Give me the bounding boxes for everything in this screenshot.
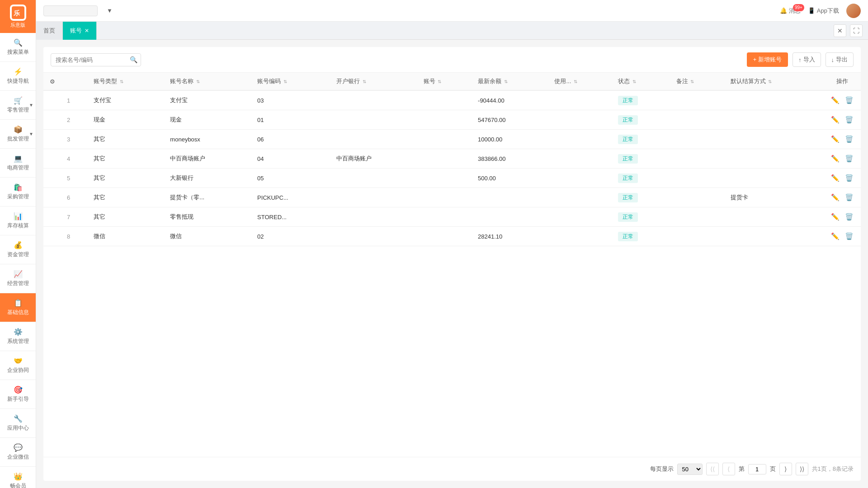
tab-close-btn[interactable]: ✕ — [834, 24, 846, 37]
row-default-payment — [725, 149, 824, 169]
sidebar-item-label: 系统管理 — [7, 338, 29, 345]
sidebar-item-retail-mgmt[interactable]: 🛒 零售管理 ▼ — [0, 91, 36, 120]
page-num-input[interactable] — [748, 464, 766, 474]
delete-btn[interactable]: 🗑️ — [843, 95, 855, 105]
col-type-header[interactable]: 账号类型 ⇅ — [88, 73, 165, 90]
edit-btn[interactable]: ✏️ — [829, 95, 841, 105]
page-last-btn[interactable]: ⟩⟩ — [796, 463, 808, 475]
sidebar-item-basic-info[interactable]: 📋 基础信息 — [0, 293, 36, 322]
delete-btn[interactable]: 🗑️ — [843, 154, 855, 164]
sidebar-item-biz-agreement[interactable]: 🤝 企业协同 — [0, 351, 36, 380]
row-settings — [43, 90, 61, 110]
row-remark — [671, 227, 725, 246]
header-left: ▼ — [43, 5, 113, 16]
col-status-header[interactable]: 状态 ⇅ — [613, 73, 670, 90]
tab-fullscreen-btn[interactable]: ⛶ — [850, 24, 863, 37]
row-balance: 10000.00 — [472, 130, 549, 149]
arrow-icon: ▼ — [29, 103, 33, 108]
col-settings-header[interactable]: ⚙ — [43, 73, 61, 90]
sidebar-item-quick-nav[interactable]: ⚡ 快捷导航 — [0, 62, 36, 91]
msg-button[interactable]: 🔔 消息 99+ — [780, 7, 801, 15]
page-size-select[interactable]: 50 100 — [677, 464, 703, 475]
search-input[interactable] — [51, 53, 141, 66]
page-prev-btn[interactable]: ⟨ — [722, 463, 735, 475]
delete-btn[interactable]: 🗑️ — [843, 115, 855, 125]
app-center-icon: 🔧 — [14, 414, 23, 423]
app-download-button[interactable]: 📱 App下载 — [808, 7, 839, 15]
row-balance: 28241.10 — [472, 227, 549, 246]
row-usage — [549, 110, 613, 130]
sidebar-item-purchase-mgmt[interactable]: 🛍️ 采购管理 — [0, 178, 36, 206]
row-name: 支付宝 — [165, 90, 252, 110]
sidebar-item-ops-mgmt[interactable]: 📈 经营管理 — [0, 264, 36, 293]
delete-btn[interactable]: 🗑️ — [843, 173, 855, 183]
edit-btn[interactable]: ✏️ — [829, 134, 841, 144]
tab-home[interactable]: 首页 — [36, 22, 63, 40]
edit-btn[interactable]: ✏️ — [829, 192, 841, 202]
col-usage-header[interactable]: 使用... ⇅ — [549, 73, 613, 90]
tab-accounts[interactable]: 账号 ✕ — [63, 22, 97, 40]
sidebar-item-inventory[interactable]: 📊 库存核算 — [0, 206, 36, 235]
sidebar-item-member[interactable]: 👑 畅会员 — [0, 467, 36, 488]
col-name-header[interactable]: 账号名称 ⇅ — [165, 73, 252, 90]
top-dropdown[interactable]: ▼ — [107, 7, 113, 14]
header-right: 🔔 消息 99+ 📱 App下载 — [780, 4, 861, 18]
row-type: 现金 — [88, 110, 165, 130]
edit-btn[interactable]: ✏️ — [829, 173, 841, 183]
sidebar-item-label: 资金管理 — [7, 251, 29, 258]
tab-close-icon[interactable]: ✕ — [85, 28, 89, 34]
edit-btn[interactable]: ✏️ — [829, 154, 841, 164]
row-usage — [549, 149, 613, 169]
sidebar-item-label: 搜索菜单 — [7, 48, 29, 56]
row-account — [418, 90, 472, 110]
col-remark-header[interactable]: 备注 ⇅ — [671, 73, 725, 90]
sidebar-item-wholesale-mgmt[interactable]: 📦 批发管理 ▼ — [0, 120, 36, 149]
toolbar: 🔍 + 新增账号 ↑ 导入 ↓ 导出 — [43, 47, 861, 73]
row-status: 正常 — [613, 110, 670, 130]
sidebar-item-app-center[interactable]: 🔧 应用中心 — [0, 409, 36, 438]
col-bank-header[interactable]: 开户银行 ⇅ — [331, 73, 418, 90]
sidebar-item-new-guide[interactable]: 🎯 新手引导 — [0, 380, 36, 409]
sidebar-item-sys-mgmt[interactable]: ⚙️ 系统管理 — [0, 322, 36, 351]
col-account-header[interactable]: 账号 ⇅ — [418, 73, 472, 90]
row-settings — [43, 110, 61, 130]
table-row: 1 支付宝 支付宝 03 -90444.00 正常 ✏️ 🗑️ — [43, 90, 861, 110]
row-actions: ✏️ 🗑️ — [824, 227, 861, 246]
delete-btn[interactable]: 🗑️ — [843, 212, 855, 222]
sidebar-item-finance-mgmt[interactable]: 💰 资金管理 — [0, 235, 36, 264]
delete-btn[interactable]: 🗑️ — [843, 192, 855, 202]
row-remark — [671, 90, 725, 110]
row-status: 正常 — [613, 227, 670, 246]
table-row: 7 其它 零售抵现 STORED... 正常 ✏️ 🗑️ — [43, 207, 861, 227]
col-default-payment-header[interactable]: 默认结算方式 ⇅ — [725, 73, 824, 90]
page-next-btn[interactable]: ⟩ — [779, 463, 792, 475]
row-account — [418, 169, 472, 188]
sidebar-menu: 🔍 搜索菜单 ⚡ 快捷导航 🛒 零售管理 ▼ 📦 批发管理 ▼ 💻 电商管理 🛍… — [0, 33, 36, 488]
sidebar-item-label: 库存核算 — [7, 222, 29, 230]
sidebar-item-biz-wechat[interactable]: 💬 企业微信 — [0, 438, 36, 467]
sidebar-item-label: 企业协同 — [7, 366, 29, 374]
row-actions: ✏️ 🗑️ — [824, 169, 861, 188]
edit-btn[interactable]: ✏️ — [829, 115, 841, 125]
row-actions: ✏️ 🗑️ — [824, 130, 861, 149]
top-search-input[interactable] — [43, 5, 98, 16]
page-first-btn[interactable]: ⟨⟨ — [706, 463, 719, 475]
row-bank — [331, 207, 418, 227]
sidebar-item-ecom-mgmt[interactable]: 💻 电商管理 — [0, 149, 36, 178]
import-button[interactable]: ↑ 导入 — [793, 52, 821, 67]
col-code-header[interactable]: 账号编码 ⇅ — [252, 73, 331, 90]
edit-btn[interactable]: ✏️ — [829, 212, 841, 222]
export-button[interactable]: ↓ 导出 — [826, 52, 854, 67]
row-name: 微信 — [165, 227, 252, 246]
edit-btn[interactable]: ✏️ — [829, 231, 841, 241]
sidebar-item-search-menu[interactable]: 🔍 搜索菜单 — [0, 33, 36, 62]
avatar[interactable] — [846, 4, 861, 18]
row-num: 1 — [61, 90, 88, 110]
row-account — [418, 188, 472, 207]
col-balance-header[interactable]: 最新余额 ⇅ — [472, 73, 549, 90]
delete-btn[interactable]: 🗑️ — [843, 231, 855, 241]
delete-btn[interactable]: 🗑️ — [843, 134, 855, 144]
table-row: 5 其它 大新银行 05 500.00 正常 ✏️ 🗑️ — [43, 169, 861, 188]
add-account-button[interactable]: + 新增账号 — [747, 52, 788, 67]
row-remark — [671, 207, 725, 227]
